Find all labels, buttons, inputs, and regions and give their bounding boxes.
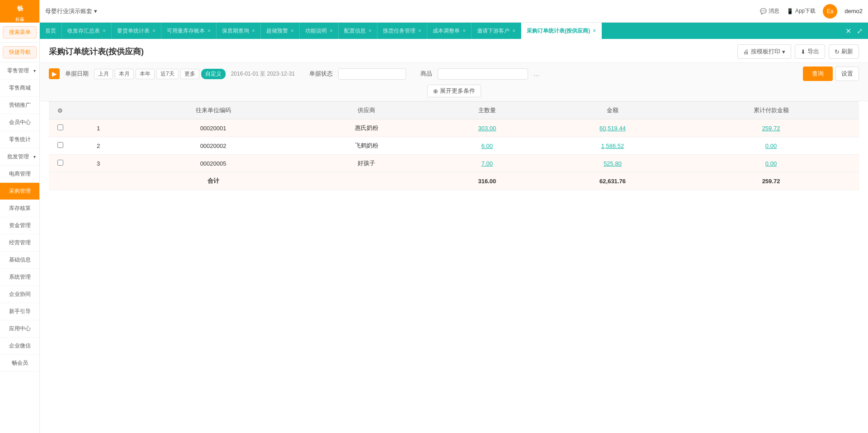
- query-button[interactable]: 查询: [803, 67, 833, 81]
- tab-receive-summary[interactable]: 收发存汇总表 ×: [62, 23, 112, 39]
- cell-paid-amount[interactable]: 0.00: [683, 137, 859, 155]
- close-icon[interactable]: ×: [103, 28, 106, 34]
- refresh-icon: ↻: [835, 48, 840, 55]
- close-icon[interactable]: ×: [330, 28, 333, 34]
- footer-amount: 62,631.76: [542, 172, 683, 190]
- close-icon[interactable]: ×: [462, 28, 466, 34]
- export-button[interactable]: ⬇ 导出: [795, 44, 825, 59]
- close-icon[interactable]: ×: [152, 28, 156, 34]
- cell-checkbox[interactable]: [49, 119, 71, 137]
- last-month-button[interactable]: 上月: [94, 69, 113, 79]
- tab-home[interactable]: 首页: [40, 23, 62, 39]
- close-icon[interactable]: ×: [252, 28, 255, 34]
- close-icon[interactable]: ×: [368, 28, 372, 34]
- sidebar-item-member-label: 会员中心: [9, 119, 31, 126]
- last-7-days-button[interactable]: 近7天: [156, 69, 179, 79]
- tab-pick-task-label: 拣货任务管理: [383, 27, 415, 35]
- sidebar-item-app-center[interactable]: 应用中心: [0, 320, 39, 338]
- footer-empty-3: [301, 172, 432, 190]
- custom-date-button[interactable]: 自定义: [201, 69, 226, 79]
- app-download-button[interactable]: 📱 App下载: [787, 7, 816, 15]
- cell-amount[interactable]: 525.80: [542, 155, 683, 172]
- tab-overstock-warning[interactable]: 超储预警 ×: [261, 23, 300, 39]
- sidebar-item-operation[interactable]: 经营管理: [0, 234, 39, 252]
- main-area: 母婴行业演示账套 ▾ 💬 消息 📱 App下载 Ea demo2: [40, 0, 868, 433]
- sidebar-item-wholesale-label: 批发管理: [4, 153, 33, 161]
- goods-input[interactable]: [438, 68, 528, 80]
- sidebar-item-purchase-label: 采购管理: [9, 187, 31, 195]
- sidebar-item-marketing[interactable]: 营销推广: [0, 97, 39, 114]
- message-button[interactable]: 💬 消息: [760, 7, 779, 15]
- tab-expiry-query[interactable]: 保质期查询 ×: [217, 23, 261, 39]
- cell-amount[interactable]: 60,519.44: [542, 119, 683, 137]
- chevron-down-icon-2: ▾: [33, 154, 36, 159]
- data-table-wrapper: ⚙ 往来单位编码 供应商 主数量 金额 累计付款金额 1 000200: [40, 101, 868, 190]
- svg-text:畅: 畅: [17, 5, 23, 12]
- sidebar-item-retail-shop[interactable]: 零售商城: [0, 80, 39, 97]
- sidebar-item-wholesale[interactable]: 批发管理 ▾: [0, 148, 39, 166]
- cell-main-qty[interactable]: 303.00: [432, 119, 542, 137]
- status-select[interactable]: [338, 68, 406, 80]
- refresh-button[interactable]: ↻ 刷新: [829, 44, 859, 59]
- sidebar-item-system[interactable]: 系统管理: [0, 269, 39, 286]
- tab-maximize-icon[interactable]: ⤢: [855, 26, 864, 36]
- cell-checkbox[interactable]: [49, 155, 71, 172]
- search-menu-button[interactable]: 搜索菜单: [3, 26, 37, 38]
- sidebar-item-finance[interactable]: 资金管理: [0, 217, 39, 234]
- message-label: 消息: [769, 7, 779, 15]
- close-icon[interactable]: ×: [291, 28, 294, 34]
- sidebar-item-retail[interactable]: 零售管理 ▾: [0, 62, 39, 80]
- close-icon[interactable]: ×: [512, 28, 515, 34]
- table-row: 3 00020005 好孩子 7.00 525.80 0.00: [49, 155, 859, 172]
- industry-selector[interactable]: 母婴行业演示账套 ▾: [45, 7, 97, 15]
- row-checkbox[interactable]: [57, 124, 63, 130]
- close-icon[interactable]: ×: [208, 28, 211, 34]
- tab-purchase-stats-label: 要货单统计表: [117, 27, 150, 35]
- sidebar-item-ecommerce[interactable]: 电商管理: [0, 166, 39, 183]
- tab-available-stock[interactable]: 可用量库存账本 ×: [161, 23, 217, 39]
- username-label[interactable]: demo2: [844, 8, 863, 14]
- industry-label: 母婴行业演示账套: [45, 7, 92, 15]
- cell-paid-amount[interactable]: 0.00: [683, 155, 859, 172]
- sidebar-item-enterprise-wechat[interactable]: 企业微信: [0, 338, 39, 355]
- print-button[interactable]: 🖨 按模板打印 ▾: [737, 44, 791, 59]
- sidebar-item-retail-stats[interactable]: 零售统计: [0, 131, 39, 148]
- dropdown-icon: ▾: [94, 8, 97, 14]
- cell-amount[interactable]: 1,586.52: [542, 137, 683, 155]
- tab-cost-adjust[interactable]: 成本调整单 ×: [427, 23, 472, 39]
- tab-purchase-order-stats[interactable]: 采购订单统计表(按供应商) ×: [521, 23, 602, 39]
- sidebar-item-basic-info[interactable]: 基础信息: [0, 252, 39, 269]
- more-dates-button[interactable]: 更多: [180, 69, 199, 79]
- avatar[interactable]: Ea: [823, 4, 837, 19]
- sidebar-item-member[interactable]: 会员中心: [0, 114, 39, 131]
- tab-config-info[interactable]: 配置信息 ×: [339, 23, 377, 39]
- cell-main-qty[interactable]: 6.00: [432, 137, 542, 155]
- row-checkbox[interactable]: [57, 142, 63, 148]
- this-month-button[interactable]: 本月: [115, 69, 134, 79]
- setting-button[interactable]: 设置: [835, 67, 859, 81]
- tab-close-current-icon[interactable]: ✕: [844, 26, 853, 36]
- tab-purchase-stats[interactable]: 要货单统计表 ×: [112, 23, 161, 39]
- sidebar-item-enterprise[interactable]: 企业协同: [0, 286, 39, 303]
- th-settings[interactable]: ⚙: [49, 102, 71, 119]
- sidebar-item-purchase[interactable]: 采购管理: [0, 183, 39, 200]
- sidebar-item-new-guide[interactable]: 新手引导: [0, 303, 39, 320]
- this-year-button[interactable]: 本年: [136, 69, 155, 79]
- tab-invite-downstream[interactable]: 邀请下游客户 ×: [472, 23, 521, 39]
- goods-more-icon[interactable]: …: [533, 71, 539, 77]
- expand-conditions-button[interactable]: ⊕ 展开更多条件: [427, 85, 481, 97]
- tab-pick-task[interactable]: 拣货任务管理 ×: [377, 23, 427, 39]
- quick-nav-button[interactable]: 快捷导航: [3, 46, 37, 58]
- cell-paid-amount[interactable]: 259.72: [683, 119, 859, 137]
- cell-main-qty[interactable]: 7.00: [432, 155, 542, 172]
- row-checkbox[interactable]: [57, 160, 63, 166]
- sidebar-item-system-label: 系统管理: [9, 273, 31, 281]
- sidebar-item-inventory[interactable]: 库存核算: [0, 200, 39, 217]
- close-icon[interactable]: ×: [593, 28, 596, 34]
- close-icon[interactable]: ×: [418, 28, 421, 34]
- th-index: [71, 102, 125, 119]
- cell-checkbox[interactable]: [49, 137, 71, 155]
- tab-function-desc[interactable]: 功能说明 ×: [300, 23, 339, 39]
- sidebar-item-vip[interactable]: 畅会员: [0, 355, 39, 372]
- filter-toggle-button[interactable]: ▶: [49, 68, 60, 79]
